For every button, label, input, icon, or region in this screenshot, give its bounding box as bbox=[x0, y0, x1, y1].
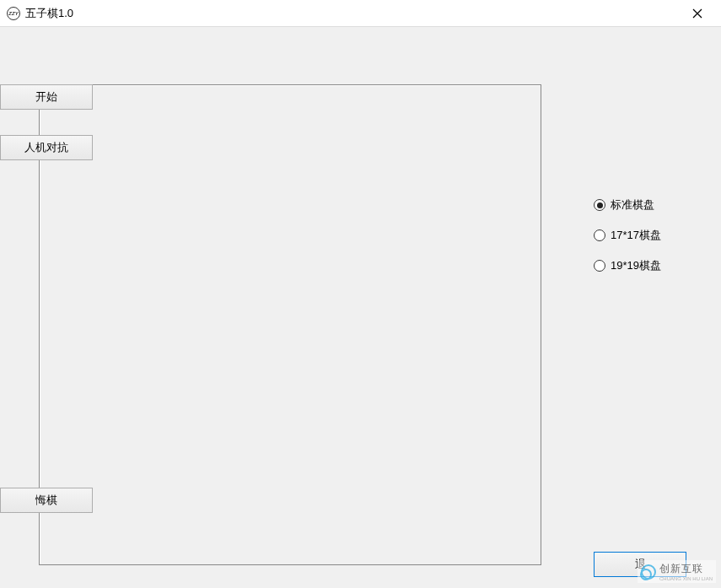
radio-label: 标准棋盘 bbox=[611, 197, 654, 213]
radio-19x19-board[interactable]: 19*19棋盘 bbox=[594, 258, 661, 273]
watermark-subtext: CHUANG XIN HU LIAN bbox=[659, 576, 713, 581]
radio-icon bbox=[594, 199, 605, 211]
radio-icon bbox=[594, 229, 605, 241]
radio-label: 17*17棋盘 bbox=[611, 228, 661, 243]
radio-icon bbox=[594, 260, 605, 272]
radio-17x17-board[interactable]: 17*17棋盘 bbox=[594, 228, 661, 243]
watermark: 创新互联 CHUANG XIN HU LIAN bbox=[638, 560, 716, 583]
app-icon: ZZY bbox=[7, 7, 20, 20]
board-size-radio-group: 标准棋盘 17*17棋盘 19*19棋盘 bbox=[594, 197, 661, 289]
watermark-logo-icon bbox=[641, 564, 656, 580]
window-body: 开始 人机对抗 标准棋盘 17*17棋盘 19*19棋盘 悔棋 退 创新互联 C… bbox=[0, 27, 721, 588]
radio-standard-board[interactable]: 标准棋盘 bbox=[594, 197, 661, 213]
game-board-panel[interactable] bbox=[39, 84, 541, 565]
close-button[interactable] bbox=[681, 2, 714, 25]
start-button[interactable]: 开始 bbox=[0, 84, 93, 110]
radio-label: 19*19棋盘 bbox=[611, 258, 661, 273]
titlebar: ZZY 五子棋1.0 bbox=[0, 0, 721, 27]
watermark-text: 创新互联 bbox=[659, 562, 713, 576]
undo-button[interactable]: 悔棋 bbox=[0, 488, 93, 513]
window-title: 五子棋1.0 bbox=[25, 6, 681, 21]
close-icon bbox=[692, 8, 702, 19]
ai-mode-button[interactable]: 人机对抗 bbox=[0, 135, 93, 160]
